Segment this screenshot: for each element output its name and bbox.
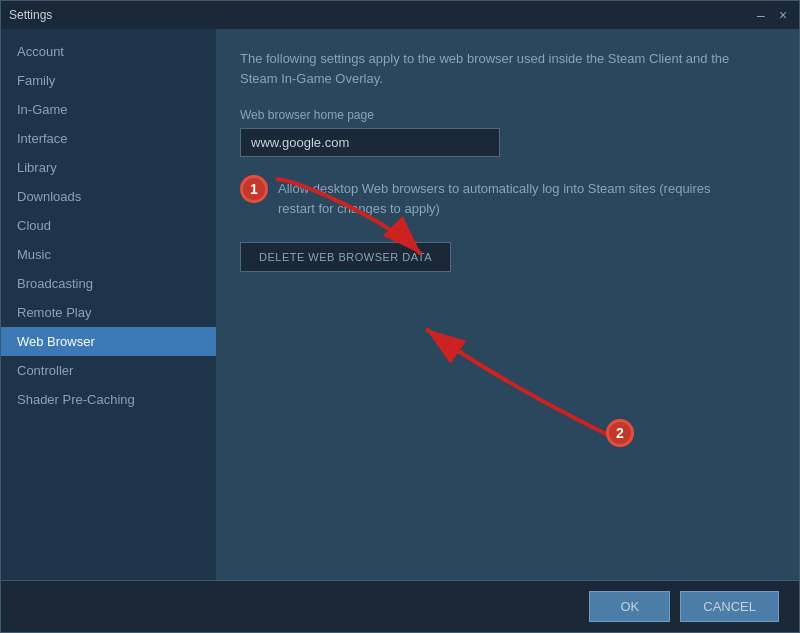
content-area: Account Family In-Game Interface Library… — [1, 29, 799, 580]
main-panel: The following settings apply to the web … — [216, 29, 799, 580]
window-controls: – × — [753, 7, 791, 23]
home-page-input[interactable] — [240, 128, 500, 157]
home-page-label: Web browser home page — [240, 108, 775, 122]
sidebar-item-account[interactable]: Account — [1, 37, 216, 66]
bottom-bar: OK CANCEL — [1, 580, 799, 632]
title-bar: Settings – × — [1, 1, 799, 29]
sidebar-item-music[interactable]: Music — [1, 240, 216, 269]
description-text: The following settings apply to the web … — [240, 49, 730, 88]
sidebar-item-family[interactable]: Family — [1, 66, 216, 95]
sidebar-item-downloads[interactable]: Downloads — [1, 182, 216, 211]
cancel-button[interactable]: CANCEL — [680, 591, 779, 622]
minimize-button[interactable]: – — [753, 7, 769, 23]
sidebar-item-web-browser[interactable]: Web Browser — [1, 327, 216, 356]
sidebar-item-cloud[interactable]: Cloud — [1, 211, 216, 240]
sidebar: Account Family In-Game Interface Library… — [1, 29, 216, 580]
sidebar-item-library[interactable]: Library — [1, 153, 216, 182]
annotation-1-badge: 1 — [240, 175, 268, 203]
annotation-1-label: 1 — [250, 181, 258, 197]
window-title: Settings — [9, 8, 52, 22]
sidebar-item-remote-play[interactable]: Remote Play — [1, 298, 216, 327]
annotation-2-circle: 2 — [606, 419, 634, 447]
sidebar-item-shader-pre-caching[interactable]: Shader Pre-Caching — [1, 385, 216, 414]
sidebar-item-in-game[interactable]: In-Game — [1, 95, 216, 124]
settings-window: Settings – × Account Family In-Game Inte… — [0, 0, 800, 633]
sidebar-item-controller[interactable]: Controller — [1, 356, 216, 385]
ok-button[interactable]: OK — [589, 591, 670, 622]
annotation-2-label: 2 — [616, 425, 624, 441]
sidebar-item-broadcasting[interactable]: Broadcasting — [1, 269, 216, 298]
annotation-1-circle: 1 — [240, 175, 268, 203]
arrow-2 — [416, 319, 636, 449]
close-button[interactable]: × — [775, 7, 791, 23]
sidebar-item-interface[interactable]: Interface — [1, 124, 216, 153]
arrow-1 — [266, 169, 426, 269]
